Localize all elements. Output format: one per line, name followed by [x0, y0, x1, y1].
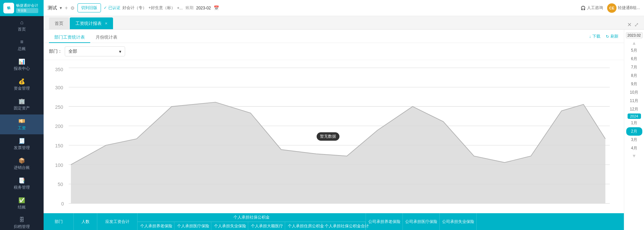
- sidebar-item-ledger[interactable]: ≡ 总账: [0, 36, 44, 55]
- sidebar-label-settle: 结账: [18, 204, 26, 210]
- th-personal-pension: 个人承担养老保险: [138, 222, 174, 230]
- user-menu[interactable]: CE 轻捷通B组...: [607, 3, 640, 13]
- panel-down-arrow[interactable]: ▼: [631, 152, 637, 159]
- sidebar-item-assets[interactable]: 🏢 固定资产: [0, 95, 44, 114]
- month-2-2024[interactable]: 2月: [626, 127, 642, 136]
- topbar-status: ✓ 已认证 好会计（专） +好生意（标） +...: [104, 5, 182, 11]
- home-icon: ⌂: [20, 19, 23, 26]
- user-avatar: CE: [607, 3, 616, 13]
- status-certified: ✓ 已认证: [104, 5, 120, 11]
- toolbar-left: 部门： 全部 ▾: [49, 46, 125, 56]
- sidebar-item-invoice[interactable]: 🧾 发票管理: [0, 134, 44, 154]
- sidebar-label-assets: 固定资产: [14, 105, 30, 111]
- month-12[interactable]: 12月: [626, 105, 642, 113]
- month-8[interactable]: 8月: [626, 72, 642, 80]
- sidebar-logo: 畅 畅捷通好会计 专业版: [0, 0, 44, 16]
- sidebar-item-archive[interactable]: 🗄 归档管理: [0, 214, 44, 230]
- topbar-add-icon[interactable]: +: [65, 5, 68, 11]
- th-dept: 部门: [44, 213, 74, 230]
- svg-text:300: 300: [55, 85, 63, 90]
- settle-icon: ✅: [18, 197, 25, 203]
- ledger-icon: ≡: [20, 39, 23, 45]
- period-label: 账期: [185, 5, 194, 11]
- ai-consult-button[interactable]: 🎧 人工咨询: [581, 5, 603, 11]
- year-input[interactable]: 2023.02: [626, 32, 643, 38]
- sidebar-label-salary: 工资: [18, 125, 26, 131]
- svg-text:0: 0: [61, 201, 64, 206]
- reports-icon: 📊: [18, 58, 25, 65]
- svg-text:150: 150: [55, 143, 63, 148]
- sidebar-label-funds: 资金管理: [14, 86, 30, 91]
- tabbar: 首页 工资统计报表 × ✕ ⤢: [44, 16, 644, 30]
- panel-close-icon[interactable]: ✕: [627, 21, 632, 28]
- invoice-icon: 🧾: [18, 138, 25, 144]
- month-9[interactable]: 9月: [626, 80, 642, 88]
- th-personal-unemployment: 个人承担失业保险: [211, 222, 248, 230]
- sidebar-label-archive: 归档管理: [14, 224, 30, 230]
- page-content: 部门工资统计表 月份统计表 ↓ 下载 ↻ 刷新: [44, 30, 644, 230]
- chart-area: 0 50 100 150 200 250 300 350: [44, 60, 624, 213]
- topbar: 测试 ▾ + ⚙ 切到旧版 ✓ 已认证 好会计（专） +好生意（标） +... …: [44, 0, 644, 16]
- sidebar-item-tax[interactable]: 📑 税务管理: [0, 174, 44, 194]
- company-dropdown-icon[interactable]: ▾: [60, 5, 62, 10]
- company-name: 测试: [48, 5, 57, 11]
- month-5[interactable]: 5月: [626, 46, 642, 55]
- funds-icon: 💰: [18, 78, 25, 85]
- sidebar-item-reports[interactable]: 📊 报表中心: [0, 55, 44, 75]
- month-7[interactable]: 7月: [626, 63, 642, 72]
- th-total-salary: 应发工资合计: [97, 213, 138, 230]
- panel-expand-icon[interactable]: ⤢: [634, 21, 639, 28]
- refresh-icon: ↻: [606, 34, 609, 39]
- chevron-down-icon: ▾: [119, 49, 121, 54]
- archive-icon: 🗄: [19, 217, 24, 223]
- sub-tab-monthly[interactable]: 月份统计表: [90, 32, 123, 43]
- month-10[interactable]: 10月: [626, 88, 642, 97]
- th-personal-total: 个人承担社保公积金合计: [322, 222, 366, 230]
- dept-select[interactable]: 全部 ▾: [65, 46, 125, 56]
- headset-icon: 🎧: [581, 6, 586, 10]
- month-4-2024[interactable]: 4月: [626, 144, 642, 152]
- tab-close-icon[interactable]: ×: [105, 21, 108, 26]
- sidebar-item-salary[interactable]: 💴 工资: [0, 114, 44, 134]
- table-header: 部门 人数 应发工资合计 个人承担社保公积金 个人承担养老保险: [44, 213, 624, 230]
- topbar-gear-icon[interactable]: ⚙: [70, 5, 75, 11]
- sidebar-label-reports: 报表中心: [14, 66, 30, 72]
- month-1-2024[interactable]: 1月: [626, 119, 642, 127]
- status-biz: +好生意（标）: [149, 5, 175, 11]
- month-3-2024[interactable]: 3月: [626, 136, 642, 144]
- sidebar-label-sales: 进销台账: [14, 165, 30, 171]
- tab-home[interactable]: 首页: [49, 17, 69, 29]
- sidebar-label-tax: 税务管理: [14, 185, 30, 190]
- month-6[interactable]: 6月: [626, 55, 642, 63]
- th-company-medical: 公司承担医疗保险: [403, 213, 440, 230]
- sidebar: 畅 畅捷通好会计 专业版 ⌂ 首页 ≡ 总账 📊 报表中心 💰 资金管理 🏢 固…: [0, 0, 44, 230]
- logo-text: 畅捷通好会计 专业版: [16, 3, 38, 13]
- logo-title: 畅捷通好会计: [16, 3, 38, 8]
- main-area: 测试 ▾ + ⚙ 切到旧版 ✓ 已认证 好会计（专） +好生意（标） +... …: [44, 0, 644, 230]
- panel-up-arrow[interactable]: ▲: [631, 40, 637, 46]
- sidebar-item-settle[interactable]: ✅ 结账: [0, 194, 44, 214]
- th-count: 人数: [74, 213, 97, 230]
- toolbar: 部门： 全部 ▾: [44, 43, 624, 60]
- svg-text:250: 250: [55, 104, 63, 110]
- svg-text:100: 100: [55, 163, 63, 168]
- month-11[interactable]: 11月: [626, 97, 642, 105]
- chart-tooltip: 暂无数据: [317, 132, 339, 141]
- svg-text:200: 200: [55, 124, 63, 129]
- download-button[interactable]: ↓ 下载: [589, 34, 600, 39]
- th-company-pension: 公司承担养老保险: [366, 213, 403, 230]
- calendar-icon[interactable]: 📅: [214, 5, 219, 10]
- sub-tab-dept[interactable]: 部门工资统计表: [49, 32, 90, 43]
- sidebar-item-funds[interactable]: 💰 资金管理: [0, 75, 44, 95]
- sidebar-item-sales[interactable]: 📦 进销台账: [0, 154, 44, 174]
- download-icon: ↓: [589, 34, 591, 39]
- refresh-button[interactable]: ↻ 刷新: [606, 34, 619, 39]
- sidebar-item-home[interactable]: ⌂ 首页: [0, 16, 44, 36]
- logo-badge: 专业版: [16, 8, 38, 13]
- year-tag-2024: 2024: [628, 113, 641, 119]
- tab-salary-report[interactable]: 工资统计报表 ×: [70, 17, 113, 29]
- sub-tabs: 部门工资统计表 月份统计表 ↓ 下载 ↻ 刷新: [44, 30, 624, 43]
- th-personal-housing: 个人承担住房公积金: [285, 222, 322, 230]
- switch-old-version-button[interactable]: 切到旧版: [77, 3, 101, 12]
- logo-icon: 畅: [3, 3, 14, 13]
